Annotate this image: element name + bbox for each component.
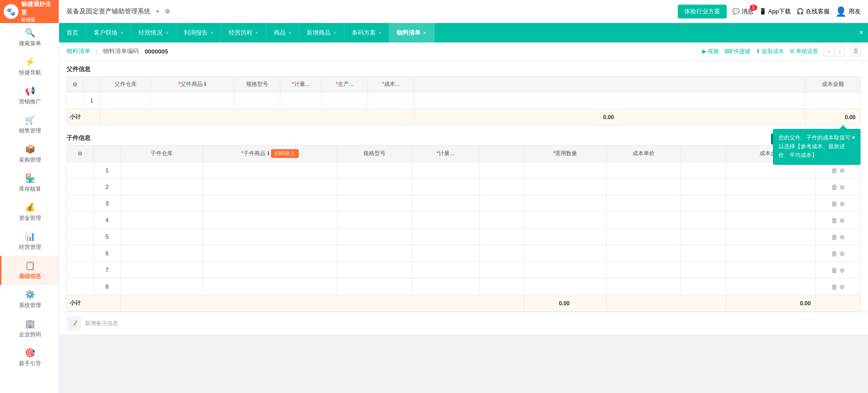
tab-history-close[interactable]: ×	[255, 30, 258, 36]
child-row-3-unit-cost[interactable]	[606, 195, 681, 212]
child-row-4-qty[interactable]	[412, 212, 479, 229]
child-th-settings[interactable]: ⚙	[67, 145, 94, 162]
tab-customer-close[interactable]: ×	[121, 30, 123, 36]
parent-row-prod[interactable]	[322, 92, 368, 109]
tab-home[interactable]: 首页	[59, 23, 86, 42]
extract-cost-btn[interactable]: ⬆ 提取成本	[756, 48, 784, 55]
child-row-7-spec[interactable]	[337, 262, 412, 278]
child-row-7-unit-cost[interactable]	[606, 262, 681, 278]
child-row-3-needed[interactable]	[524, 195, 606, 212]
child-row-8-needed[interactable]	[524, 278, 606, 295]
delete-icon-6[interactable]: 🗑	[831, 250, 838, 257]
tab-profit-close[interactable]: ×	[211, 30, 213, 36]
copy-icon-4[interactable]: ⊕	[839, 217, 845, 224]
breadcrumb-parent[interactable]: 物料清单	[66, 47, 90, 55]
delete-icon-1[interactable]: 🗑	[831, 167, 838, 174]
delete-icon-7[interactable]: 🗑	[831, 266, 838, 274]
bottom-icon-btn[interactable]: 📝	[66, 316, 81, 331]
copy-icon-3[interactable]: ⊕	[839, 200, 845, 207]
online-service-btn[interactable]: 🎧 在线客服	[796, 7, 830, 16]
tab-bom-close[interactable]: ×	[423, 30, 426, 36]
sidebar-item-operation[interactable]: 📊 经营管理	[0, 227, 59, 256]
child-row-8-warehouse[interactable]	[121, 278, 203, 295]
child-row-5-unit-cost[interactable]	[606, 229, 681, 245]
tab-product[interactable]: 商品 ×	[266, 23, 299, 42]
sidebar-item-inventory[interactable]: 🏪 库存核算	[0, 169, 59, 198]
tab-barcode[interactable]: 条码方案 ×	[344, 23, 389, 42]
scan-btn[interactable]: 扫码录入	[271, 149, 299, 158]
child-row-7-qty[interactable]	[412, 262, 479, 278]
parent-row-cost[interactable]	[368, 92, 414, 109]
tab-profit[interactable]: 利润报告 ×	[176, 23, 221, 42]
app-download-btn[interactable]: 📱 App下载	[759, 7, 791, 16]
child-row-6-spec[interactable]	[337, 245, 412, 262]
child-row-2-qty[interactable]	[412, 179, 479, 195]
copy-icon-2[interactable]: ⊕	[839, 183, 845, 191]
child-row-5-needed[interactable]	[524, 229, 606, 245]
copy-icon-7[interactable]: ⊕	[839, 266, 845, 274]
message-btn[interactable]: 💬 5 消息	[732, 7, 753, 16]
dropdown-icon[interactable]: ▾	[156, 8, 159, 15]
copy-icon-8[interactable]: ⊕	[839, 283, 845, 290]
shortcut-btn[interactable]: ⌨ 快捷键	[724, 48, 750, 55]
close-all-tabs[interactable]: ×	[855, 29, 868, 37]
tab-bom[interactable]: 物料清单 ×	[389, 23, 434, 42]
child-row-1-needed[interactable]	[524, 162, 606, 179]
grid-view-btn[interactable]: ☰	[850, 46, 861, 56]
child-row-6-needed[interactable]	[524, 245, 606, 262]
parent-row-spec[interactable]	[234, 92, 280, 109]
child-row-4-warehouse[interactable]	[121, 212, 203, 229]
child-row-8-qty[interactable]	[412, 278, 479, 295]
sidebar-item-enterprise[interactable]: 🏢 企业协同	[0, 314, 59, 343]
child-row-1-unit-cost[interactable]	[606, 162, 681, 179]
sidebar-item-system[interactable]: ⚙️ 系统管理	[0, 285, 59, 314]
child-row-2-needed[interactable]	[524, 179, 606, 195]
copy-icon-5[interactable]: ⊕	[839, 233, 845, 241]
child-row-5-warehouse[interactable]	[121, 229, 203, 245]
tab-new-product[interactable]: 新增商品 ×	[299, 23, 344, 42]
delete-icon-2[interactable]: 🗑	[831, 183, 838, 191]
delete-icon-5[interactable]: 🗑	[831, 233, 838, 241]
sidebar-item-basic[interactable]: 📋 基础信息	[0, 256, 59, 285]
child-row-5-spec[interactable]	[337, 229, 412, 245]
child-row-1-product[interactable]	[203, 162, 337, 179]
sidebar-item-search[interactable]: 🔍 搜索菜单	[0, 23, 59, 52]
child-row-8-spec[interactable]	[337, 278, 412, 295]
child-row-1-warehouse[interactable]	[121, 162, 203, 179]
parent-th-settings[interactable]: ⚙	[67, 77, 84, 92]
tab-product-close[interactable]: ×	[289, 30, 291, 36]
child-row-6-qty[interactable]	[412, 245, 479, 262]
child-row-1-spec[interactable]	[337, 162, 412, 179]
tab-business[interactable]: 经营情况 ×	[131, 23, 176, 42]
child-row-2-warehouse[interactable]	[121, 179, 203, 195]
copy-icon-1[interactable]: ⊕	[839, 167, 845, 174]
parent-row-product[interactable]	[151, 92, 234, 109]
delete-icon-4[interactable]: 🗑	[831, 217, 838, 224]
delete-icon-3[interactable]: 🗑	[831, 200, 838, 207]
child-row-7-warehouse[interactable]	[121, 262, 203, 278]
tab-new-product-close[interactable]: ×	[333, 30, 336, 36]
child-row-1-qty[interactable]	[412, 162, 479, 179]
view-btn[interactable]: ▶ 视频	[702, 48, 719, 55]
child-row-7-needed[interactable]	[524, 262, 606, 278]
next-btn[interactable]: ›	[835, 46, 845, 56]
child-row-3-qty[interactable]	[412, 195, 479, 212]
child-row-6-unit-cost[interactable]	[606, 245, 681, 262]
tab-history[interactable]: 经营历程 ×	[221, 23, 266, 42]
child-row-6-product[interactable]	[203, 245, 337, 262]
delete-icon-8[interactable]: 🗑	[831, 283, 838, 290]
tab-business-close[interactable]: ×	[165, 30, 168, 36]
sidebar-item-purchase[interactable]: 📦 采购管理	[0, 139, 59, 169]
child-row-3-warehouse[interactable]	[121, 195, 203, 212]
child-row-2-unit-cost[interactable]	[606, 179, 681, 195]
copy-icon-6[interactable]: ⊕	[839, 250, 845, 257]
child-row-4-unit-cost[interactable]	[606, 212, 681, 229]
prev-btn[interactable]: ‹	[824, 46, 834, 56]
child-row-4-needed[interactable]	[524, 212, 606, 229]
child-row-4-spec[interactable]	[337, 212, 412, 229]
sidebar-item-sales[interactable]: 🛒 销售管理	[0, 110, 59, 139]
single-settings-btn[interactable]: ⚙ 单据设置	[790, 48, 818, 55]
child-row-2-spec[interactable]	[337, 179, 412, 195]
tooltip-close-btn[interactable]: ×	[852, 133, 855, 142]
child-row-3-spec[interactable]	[337, 195, 412, 212]
